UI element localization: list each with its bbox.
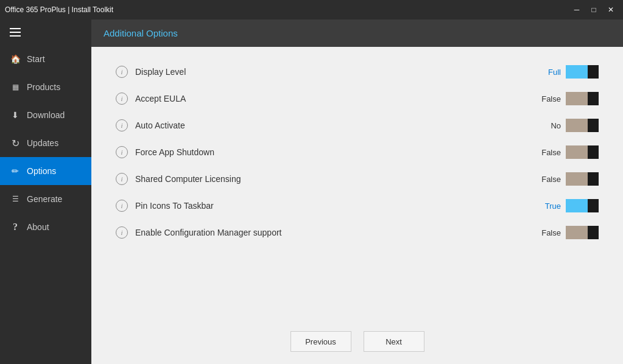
toggle-track-force-app-shutdown [566, 145, 599, 159]
info-icon-shared-computer-licensing: i [116, 173, 128, 185]
footer: Previous Next [91, 319, 623, 364]
toggle-thumb-display-level [588, 65, 599, 79]
sidebar-item-download[interactable]: ⬇ Download [0, 101, 91, 129]
option-row-auto-activate: i Auto Activate No [116, 119, 599, 132]
restore-button[interactable]: □ [586, 4, 601, 16]
download-icon: ⬇ [10, 110, 21, 121]
titlebar-title: Office 365 ProPlus | Install Toolkit [5, 5, 113, 14]
option-row-force-app-shutdown: i Force App Shutdown False [116, 145, 599, 159]
toggle-auto-activate[interactable] [566, 119, 599, 132]
hamburger-button[interactable] [0, 19, 91, 45]
home-icon: 🏠 [10, 54, 21, 65]
toggle-thumb-config-manager [588, 226, 599, 239]
info-icon-display-level: i [116, 66, 128, 78]
toggle-thumb-force-app-shutdown [588, 145, 599, 159]
option-label-shared-computer-licensing: Shared Computer Licensing [135, 174, 524, 184]
toggle-thumb-accept-eula [588, 92, 599, 105]
sidebar-item-about[interactable]: ? About [0, 213, 91, 241]
titlebar-controls: ─ □ ✕ [569, 4, 618, 16]
page-title: Additional Options [104, 28, 178, 38]
generate-icon: ☰ [10, 194, 21, 205]
option-value-display-level: Full [524, 68, 561, 77]
updates-icon: ↻ [10, 138, 21, 149]
toggle-track-auto-activate [566, 119, 599, 132]
option-row-pin-icons-taskbar: i Pin Icons To Taskbar True [116, 199, 599, 212]
options-icon: ✏ [10, 166, 21, 177]
option-row-display-level: i Display Level Full [116, 65, 599, 79]
main-content: Additional Options i Display Level Full … [91, 19, 623, 364]
toggle-track-display-level [566, 65, 599, 79]
toggle-track-shared-computer-licensing [566, 172, 599, 186]
toggle-track-config-manager [566, 226, 599, 239]
toggle-thumb-shared-computer-licensing [588, 172, 599, 186]
toggle-force-app-shutdown[interactable] [566, 145, 599, 159]
info-icon-force-app-shutdown: i [116, 146, 128, 158]
sidebar-label-options: Options [27, 166, 56, 176]
toggle-pin-icons-taskbar[interactable] [566, 199, 599, 212]
info-icon-auto-activate: i [116, 119, 128, 131]
sidebar-item-options[interactable]: ✏ Options [0, 157, 91, 185]
sidebar-label-about: About [27, 222, 49, 232]
sidebar-label-start: Start [27, 54, 45, 64]
about-icon: ? [10, 222, 21, 233]
toggle-thumb-auto-activate [588, 119, 599, 132]
minimize-button[interactable]: ─ [569, 4, 584, 16]
toggle-shared-computer-licensing[interactable] [566, 172, 599, 186]
info-icon-pin-icons-taskbar: i [116, 200, 128, 212]
option-label-config-manager: Enable Configuration Manager support [135, 228, 524, 237]
option-value-auto-activate: No [524, 121, 561, 130]
next-button[interactable]: Next [364, 331, 424, 352]
sidebar-item-updates[interactable]: ↻ Updates [0, 129, 91, 157]
app-body: 🏠 Start ▦ Products ⬇ Download ↻ Updates … [0, 19, 623, 364]
content-area: i Display Level Full i Accept EULA False [91, 47, 623, 319]
hamburger-icon [10, 28, 21, 37]
option-value-force-app-shutdown: False [524, 148, 561, 157]
sidebar-label-download: Download [27, 110, 65, 120]
option-row-accept-eula: i Accept EULA False [116, 92, 599, 105]
sidebar-item-generate[interactable]: ☰ Generate [0, 185, 91, 213]
option-label-auto-activate: Auto Activate [135, 121, 524, 130]
option-label-force-app-shutdown: Force App Shutdown [135, 147, 524, 157]
option-row-config-manager: i Enable Configuration Manager support F… [116, 226, 599, 239]
sidebar-label-generate: Generate [27, 194, 62, 204]
info-icon-config-manager: i [116, 226, 128, 239]
sidebar-label-updates: Updates [27, 138, 58, 148]
products-icon: ▦ [10, 82, 21, 93]
option-label-accept-eula: Accept EULA [135, 94, 524, 103]
sidebar-label-products: Products [27, 82, 60, 92]
option-value-pin-icons-taskbar: True [524, 201, 561, 211]
option-value-config-manager: False [524, 228, 561, 237]
sidebar: 🏠 Start ▦ Products ⬇ Download ↻ Updates … [0, 19, 91, 364]
option-label-display-level: Display Level [135, 67, 524, 77]
option-value-accept-eula: False [524, 94, 561, 103]
content-header: Additional Options [91, 19, 623, 47]
sidebar-item-start[interactable]: 🏠 Start [0, 45, 91, 73]
close-button[interactable]: ✕ [604, 4, 618, 16]
toggle-display-level[interactable] [566, 65, 599, 79]
toggle-accept-eula[interactable] [566, 92, 599, 105]
toggle-track-pin-icons-taskbar [566, 199, 599, 212]
option-value-shared-computer-licensing: False [524, 175, 561, 184]
sidebar-item-products[interactable]: ▦ Products [0, 73, 91, 101]
info-icon-accept-eula: i [116, 93, 128, 105]
titlebar: Office 365 ProPlus | Install Toolkit ─ □… [0, 0, 623, 19]
option-label-pin-icons-taskbar: Pin Icons To Taskbar [135, 201, 524, 211]
toggle-track-accept-eula [566, 92, 599, 105]
toggle-config-manager[interactable] [566, 226, 599, 239]
toggle-thumb-pin-icons-taskbar [588, 199, 599, 212]
option-row-shared-computer-licensing: i Shared Computer Licensing False [116, 172, 599, 186]
previous-button[interactable]: Previous [290, 331, 351, 352]
